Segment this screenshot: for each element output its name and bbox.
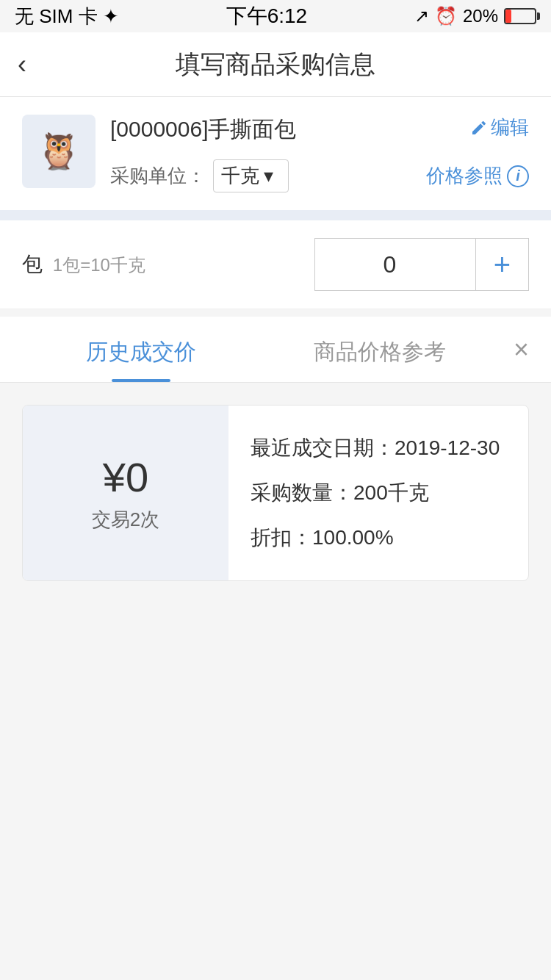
product-name: [0000006]手撕面包 <box>110 115 296 145</box>
quantity-row: 包 1包=10千克 + <box>0 220 551 309</box>
date-value: 2019-12-30 <box>395 436 500 459</box>
back-button[interactable]: ‹ <box>18 49 26 80</box>
quantity-plus-button[interactable]: + <box>476 238 529 291</box>
price-ref-label: 价格参照 <box>426 163 503 189</box>
price-card: ¥0 交易2次 最近成交日期：2019-12-30 采购数量：200千克 折扣：… <box>22 405 529 581</box>
price-quantity-row: 采购数量：200千克 <box>251 477 506 510</box>
product-image: 🦉 <box>22 115 96 188</box>
product-header-row: [0000006]手撕面包 编辑 <box>110 115 529 145</box>
price-left-panel: ¥0 交易2次 <box>23 406 228 580</box>
discount-label: 折扣： <box>251 526 312 549</box>
price-section: ¥0 交易2次 最近成交日期：2019-12-30 采购数量：200千克 折扣：… <box>0 383 551 603</box>
network-label: 无 SIM 卡 ✦ <box>15 4 119 29</box>
price-ref-button[interactable]: 价格参照 i <box>426 163 529 189</box>
price-discount-row: 折扣：100.00% <box>251 522 506 555</box>
quantity-unit-label: 包 <box>22 253 43 275</box>
location-icon: ↗ <box>414 6 429 26</box>
tab-history-price[interactable]: 历史成交价 <box>22 317 260 382</box>
unit-dropdown[interactable]: 千克 ▾ <box>213 159 289 192</box>
status-bar: 无 SIM 卡 ✦ 下午6:12 ↗ ⏰ 20% <box>0 0 551 32</box>
product-unit-row: 采购单位： 千克 ▾ 价格参照 i <box>110 159 529 192</box>
section-divider <box>0 210 551 220</box>
unit-value: 千克 <box>221 163 259 189</box>
edit-label: 编辑 <box>491 115 529 140</box>
quantity-input-wrap: + <box>314 238 529 291</box>
quantity-label: 包 1包=10千克 <box>22 251 150 278</box>
quantity-label-detail: 采购数量： <box>251 481 353 504</box>
header: ‹ 填写商品采购信息 <box>0 32 551 97</box>
status-right: ↗ ⏰ 20% <box>414 6 536 26</box>
tab-product-price-ref[interactable]: 商品价格参考 <box>260 317 498 382</box>
status-left: 无 SIM 卡 ✦ <box>15 4 119 29</box>
quantity-value-detail: 200千克 <box>353 481 429 504</box>
price-trades: 交易2次 <box>92 507 159 533</box>
price-date-row: 最近成交日期：2019-12-30 <box>251 432 506 465</box>
battery-fill <box>505 10 511 23</box>
edit-button[interactable]: 编辑 <box>470 115 529 140</box>
edit-icon <box>470 119 488 137</box>
alarm-icon: ⏰ <box>435 6 457 26</box>
battery-percent: 20% <box>463 6 498 26</box>
quantity-sublabel: 1包=10千克 <box>53 255 145 275</box>
clock: 下午6:12 <box>226 2 308 30</box>
price-right-panel: 最近成交日期：2019-12-30 采购数量：200千克 折扣：100.00% <box>228 406 528 580</box>
dropdown-arrow-icon: ▾ <box>264 165 273 187</box>
discount-value: 100.00% <box>312 526 394 549</box>
unit-left: 采购单位： 千克 ▾ <box>110 159 289 192</box>
battery-icon <box>504 8 536 24</box>
unit-label: 采购单位： <box>110 163 206 189</box>
product-info: [0000006]手撕面包 编辑 采购单位： 千克 ▾ 价格参照 i <box>110 115 529 192</box>
product-card: 🦉 [0000006]手撕面包 编辑 采购单位： 千克 ▾ 价格参照 i <box>0 97 551 210</box>
product-icon-image: 🦉 <box>37 131 81 172</box>
date-label: 最近成交日期： <box>251 436 395 459</box>
tabs-close-button[interactable]: × <box>499 320 529 380</box>
info-icon: i <box>507 165 529 187</box>
quantity-input[interactable] <box>314 238 476 291</box>
price-amount: ¥0 <box>103 453 148 501</box>
page-title: 填写商品采购信息 <box>176 48 375 82</box>
tabs-bar: 历史成交价 商品价格参考 × <box>0 317 551 383</box>
